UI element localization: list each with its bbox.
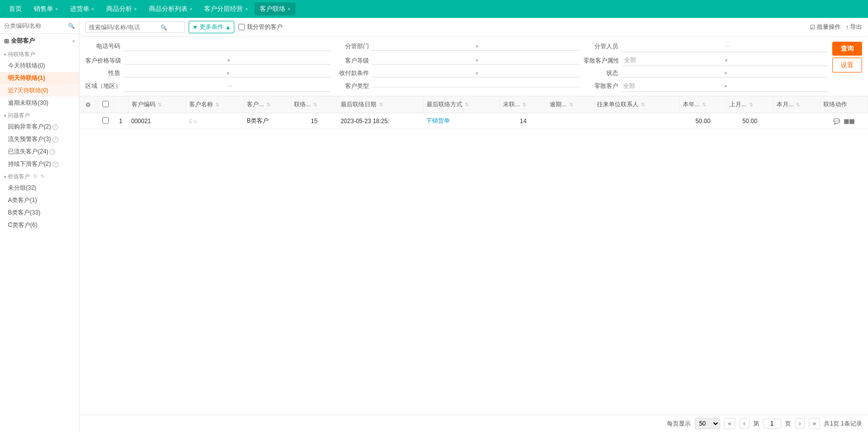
sort-this-month-icon[interactable]: ⇅ [796,102,800,107]
sort-last-contact-date-icon[interactable]: ⇅ [379,102,383,107]
sidebar-item-ungrouped[interactable]: 未分组(32) [0,182,79,194]
more-filter-button[interactable]: ▼ 更多条件 ▲ [189,21,234,33]
my-customers-checkbox[interactable] [238,24,245,30]
dept-label: 分管部门 [334,42,369,51]
col-contact-num[interactable]: 联络... ⇅ [290,96,338,113]
search-input[interactable] [89,24,158,31]
search-icon[interactable] [160,23,167,31]
close-product-analysis-list-icon[interactable]: × [190,6,193,12]
price-level-select[interactable]: ▾ [124,57,330,65]
sidebar-item-week-contact[interactable]: 近7天待联络(0) [0,84,79,97]
col-last-contact-method[interactable]: 最后联络方式 ⇅ [423,96,500,113]
close-product-analysis-icon[interactable]: × [134,6,137,12]
first-page-button[interactable]: « [724,418,735,429]
collapse-icon[interactable]: « [72,38,75,44]
sort-last-contact-method-icon[interactable]: ⇅ [465,102,469,107]
last-contact-method-link[interactable]: 下销货单 [426,117,450,124]
col-overdue[interactable]: 逾期... ⇅ [547,96,594,113]
sort-customer-type-icon[interactable]: ⇅ [267,102,271,107]
next-page-button[interactable]: › [795,418,805,429]
sidebar-group-problem-customers[interactable]: ▾ 问题客户 [0,109,79,121]
my-customers-checkbox-wrap[interactable]: 我分管的客户 [238,23,283,31]
query-button[interactable]: 查询 [832,42,862,56]
sidebar: ⊞ 全部客户 « ▾ 待联络客户 今天待联络(0) 明天待联络(1) 近7天待联… [0,18,79,432]
sidebar-item-class-c[interactable]: C类客户(6) [0,219,79,231]
sidebar-group-value-customers[interactable]: ▾ 价值客户 ↻ ✎ [0,170,79,182]
sidebar-item-lost[interactable]: 已流失客户(24) [0,145,79,158]
sort-this-year-icon[interactable]: ⇅ [702,102,706,107]
retail-customer-select[interactable]: 全部 ▾ [621,81,828,92]
sidebar-item-lost-risk[interactable]: 流失预警客户(3) [0,133,79,145]
sidebar-all-customers[interactable]: ⊞ 全部客户 « [0,34,79,48]
col-customer-type[interactable]: 客户... ⇅ [244,96,291,113]
manager-select[interactable]: ··· [621,41,828,52]
area-select[interactable]: ··· [124,80,330,92]
sort-no-contact-icon[interactable]: ⇅ [522,102,526,107]
close-customer-segment-icon[interactable]: × [245,6,248,12]
nav-customer-contact[interactable]: 客户联络 × [255,2,295,15]
customer-type-select[interactable] [372,85,579,87]
sidebar-item-class-b[interactable]: B类客户(33) [0,207,79,219]
edit-value-icon[interactable]: ✎ [40,173,45,180]
col-this-year[interactable]: 本年... ⇅ [679,96,726,113]
last-page-button[interactable]: » [809,418,820,429]
col-no-contact[interactable]: 未联... ⇅ [500,96,547,113]
sidebar-item-tomorrow-contact[interactable]: 明天待联络(1) [0,72,79,84]
col-customer-code[interactable]: 客户编码 ⇅ [128,96,186,113]
select-all-checkbox[interactable] [102,101,109,107]
nature-select[interactable]: ▾ [123,70,330,77]
batch-op-button[interactable]: ☑ 批量操作 [810,23,841,31]
col-last-month[interactable]: 上月... ⇅ [726,96,774,113]
nav-purchase[interactable]: 进货单 × [65,2,99,15]
sidebar-item-declining[interactable]: 持续下滑客户(2) [0,158,79,170]
close-sales-icon[interactable]: × [55,6,58,12]
page-input[interactable] [763,419,781,429]
nav-customer-segment[interactable]: 客户分层经营 × [199,2,253,15]
settings-button[interactable]: 设置 [832,58,862,72]
dept-select[interactable]: ▾ [372,43,579,51]
col-last-contact-date[interactable]: 最后联络日期 ⇅ [338,96,423,113]
per-page-select[interactable]: 50 100 200 [695,418,720,429]
refresh-value-icon[interactable]: ↻ [33,173,38,180]
sort-customer-name-icon[interactable]: ⇅ [216,102,219,107]
col-this-month[interactable]: 本月... ⇅ [773,96,820,113]
area-more-btn[interactable]: ··· [225,81,329,90]
export-button[interactable]: ↑ 导出 [846,23,862,31]
sort-customer-code-icon[interactable]: ⇅ [158,102,162,107]
chat-action-icon[interactable] [833,118,840,125]
status-select[interactable]: ▾ [621,70,828,77]
sidebar-item-repurchase-abnormal[interactable]: 回购异常客户(2) [0,121,79,133]
sort-overdue-icon[interactable]: ⇅ [570,102,574,107]
sidebar-group-pending-contact[interactable]: ▾ 待联络客户 [0,48,79,60]
prev-page-button[interactable]: ‹ [739,418,749,429]
customer-level-select[interactable]: ▾ [372,57,579,65]
close-customer-contact-icon[interactable]: × [288,6,290,12]
nav-sales[interactable]: 销售单 × [29,2,63,15]
close-purchase-icon[interactable]: × [91,6,94,12]
sidebar-search-input[interactable] [4,22,68,29]
gear-icon[interactable] [85,101,91,108]
retail-attr-select[interactable]: 全部 ▾ [622,55,828,66]
sidebar-search-icon[interactable] [68,22,75,29]
row-checkbox[interactable] [102,117,109,124]
col-customer-name[interactable]: 客户名称 ⇅ [186,96,243,113]
help-icon-lost-risk[interactable] [53,137,58,142]
sort-contact-num-icon[interactable]: ⇅ [313,102,317,107]
nav-home[interactable]: 首页 [4,2,27,15]
help-icon-lost[interactable] [50,149,55,154]
help-icon-declining[interactable] [53,161,58,167]
phone-input[interactable] [123,42,330,51]
help-icon-repurchase[interactable] [53,124,58,130]
qr-action-icon[interactable]: ▦ [844,118,855,125]
payment-select[interactable]: ▾ [372,70,579,77]
sort-past-contact-icon[interactable]: ⇅ [641,102,645,107]
sidebar-item-overdue-contact[interactable]: 逾期未联络(30) [0,97,79,109]
sidebar-item-class-a[interactable]: A类客户(1) [0,194,79,207]
sort-last-month-icon[interactable]: ⇅ [749,102,753,107]
nav-product-analysis-list[interactable]: 商品分析列表 × [144,2,198,15]
col-past-contact[interactable]: 往来单位联系人 ⇅ [593,96,679,113]
manager-more-btn[interactable]: ··· [723,42,826,51]
sidebar-item-today-contact[interactable]: 今天待联络(0) [0,60,79,72]
nav-product-analysis[interactable]: 商品分析 × [101,2,142,15]
filter-field-nature: 性质 ▾ [85,69,330,77]
